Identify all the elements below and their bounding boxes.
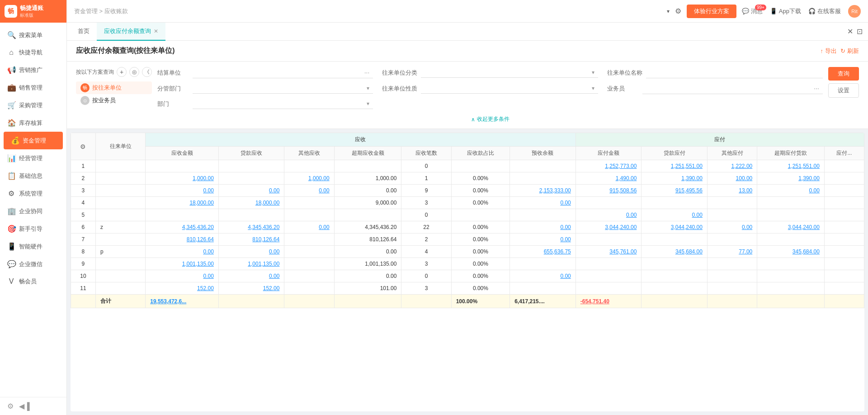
- cell-link-8[interactable]: 1,001,135.00: [146, 258, 219, 270]
- sidebar-item-wechat[interactable]: 💬企业微信: [0, 255, 66, 273]
- cell-link-7[interactable]: 345,684.00: [642, 246, 708, 258]
- sidebar-collapse-icon[interactable]: ◀▐: [19, 402, 29, 410]
- cell-link-6[interactable]: [707, 234, 757, 246]
- header-dropdown[interactable]: ▾: [667, 8, 670, 14]
- cell-link-0[interactable]: [510, 160, 576, 172]
- sidebar-item-enterprise[interactable]: 🏢企业协同: [0, 202, 66, 220]
- cell-link-4[interactable]: [218, 209, 284, 221]
- sidebar-item-system[interactable]: ⚙系统管理: [0, 185, 66, 202]
- cell-link-5[interactable]: 4,345,436.20: [146, 221, 219, 234]
- table-settings-icon[interactable]: ⚙: [80, 143, 86, 150]
- filter-add-button[interactable]: +: [117, 67, 127, 77]
- header-gear-icon[interactable]: ⚙: [675, 7, 681, 15]
- cell-link-9[interactable]: 0.00: [218, 270, 284, 282]
- sidebar-item-search-menu[interactable]: 🔍搜索菜单: [0, 26, 66, 44]
- cell-link-2[interactable]: 13.00: [707, 185, 757, 197]
- partner-category-select[interactable]: ▾: [421, 67, 598, 78]
- cell-link-8[interactable]: [284, 258, 334, 270]
- filter-collapse-button[interactable]: 《: [142, 67, 152, 77]
- cell-link-0[interactable]: [218, 160, 284, 172]
- tab-expand-button[interactable]: ⊡: [857, 27, 863, 36]
- cell-link-6[interactable]: [284, 234, 334, 246]
- cell-link-5[interactable]: 0.00: [707, 221, 757, 234]
- cell-link-2[interactable]: 0.00: [757, 185, 825, 197]
- cell-link-7[interactable]: 655,636.75: [510, 246, 576, 258]
- cell-link-9[interactable]: [284, 270, 334, 282]
- cell-link-6[interactable]: 810,126.64: [146, 234, 219, 246]
- cell-link-1[interactable]: 1,000.00: [146, 172, 219, 185]
- cell-link-8[interactable]: [757, 258, 825, 270]
- cell-link-5[interactable]: 4,345,436.20: [218, 221, 284, 234]
- cell-link-8[interactable]: [510, 258, 576, 270]
- app-download-button[interactable]: 📱 App下载: [770, 7, 801, 15]
- cell-link-8[interactable]: [707, 258, 757, 270]
- cell-link-10[interactable]: [707, 282, 757, 295]
- sidebar-item-inventory[interactable]: 🏠库存核算: [0, 114, 66, 132]
- cell-link-1[interactable]: 1,490.00: [576, 172, 642, 185]
- sidebar-item-hardware[interactable]: 📱智能硬件: [0, 238, 66, 255]
- cell-link-8[interactable]: 1,001,135.00: [218, 258, 284, 270]
- cell-link-1[interactable]: [510, 172, 576, 185]
- sidebar-item-basic[interactable]: 📋基础信息: [0, 167, 66, 185]
- cell-link-8[interactable]: [642, 258, 708, 270]
- cell-link-1[interactable]: 1,390.00: [757, 172, 825, 185]
- dept-manage-select[interactable]: ▾: [193, 83, 373, 94]
- sidebar-item-member[interactable]: V畅会员: [0, 273, 66, 290]
- cell-link-4[interactable]: 0.00: [642, 209, 708, 221]
- cell-link-3[interactable]: 0.00: [510, 197, 576, 209]
- sidebar-item-guide[interactable]: 🎯新手引导: [0, 220, 66, 238]
- total-payable-amount[interactable]: -654,751.40: [576, 295, 642, 308]
- cell-link-10[interactable]: [757, 282, 825, 295]
- cell-link-1[interactable]: [218, 172, 284, 185]
- export-button[interactable]: ↑ 导出: [821, 47, 837, 55]
- tab-close-button[interactable]: ✕: [847, 27, 853, 36]
- salesman-picker[interactable]: ···: [814, 85, 819, 92]
- cell-link-9[interactable]: 0.00: [146, 270, 219, 282]
- cell-link-0[interactable]: 1,222.00: [707, 160, 757, 172]
- cell-link-1[interactable]: 100.00: [707, 172, 757, 185]
- settings-button[interactable]: 设置: [828, 83, 859, 98]
- cell-link-9[interactable]: [576, 270, 642, 282]
- cell-link-3[interactable]: [284, 197, 334, 209]
- sidebar-settings-icon[interactable]: ⚙: [7, 402, 14, 410]
- cell-link-7[interactable]: 77.00: [707, 246, 757, 258]
- cell-link-1[interactable]: 1,390.00: [642, 172, 708, 185]
- partner-name-input[interactable]: [646, 67, 823, 78]
- cell-link-3[interactable]: [707, 197, 757, 209]
- cell-link-6[interactable]: 810,126.64: [218, 234, 284, 246]
- cell-link-0[interactable]: 1,252,773.00: [576, 160, 642, 172]
- cell-link-7[interactable]: 345,684.00: [757, 246, 825, 258]
- cell-link-6[interactable]: 0.00: [510, 234, 576, 246]
- cell-link-2[interactable]: 915,508.56: [576, 185, 642, 197]
- cell-link-0[interactable]: 1,251,551.00: [757, 160, 825, 172]
- cell-link-9[interactable]: [707, 270, 757, 282]
- query-button[interactable]: 查询: [828, 67, 859, 81]
- cell-link-4[interactable]: [146, 209, 219, 221]
- cell-link-6[interactable]: [576, 234, 642, 246]
- cell-link-10[interactable]: 152.00: [146, 282, 219, 295]
- cell-link-7[interactable]: [284, 246, 334, 258]
- cell-link-5[interactable]: 0.00: [284, 221, 334, 234]
- online-service-button[interactable]: 🎧 在线客服: [808, 7, 841, 15]
- partner-nature-select[interactable]: ▾: [421, 83, 598, 94]
- cell-link-2[interactable]: 0.00: [284, 185, 334, 197]
- cell-link-8[interactable]: [576, 258, 642, 270]
- cell-link-0[interactable]: [146, 160, 219, 172]
- cell-link-10[interactable]: [642, 282, 708, 295]
- cell-link-0[interactable]: [284, 160, 334, 172]
- cell-link-3[interactable]: 18,000.00: [218, 197, 284, 209]
- refresh-button[interactable]: ↻ 刷新: [840, 47, 859, 55]
- cell-link-3[interactable]: 18,000.00: [146, 197, 219, 209]
- department-select[interactable]: ▾: [193, 99, 373, 109]
- tab-home[interactable]: 首页: [71, 23, 97, 41]
- cell-link-6[interactable]: [642, 234, 708, 246]
- cell-link-9[interactable]: [642, 270, 708, 282]
- filter-by-salesman[interactable]: ⊙ 按业务员: [76, 94, 152, 107]
- cell-link-2[interactable]: 0.00: [146, 185, 219, 197]
- cell-link-5[interactable]: 3,044,240.00: [642, 221, 708, 234]
- cell-link-4[interactable]: [757, 209, 825, 221]
- cell-link-5[interactable]: 3,044,240.00: [757, 221, 825, 234]
- cell-link-10[interactable]: [510, 282, 576, 295]
- cell-link-10[interactable]: [284, 282, 334, 295]
- cell-link-5[interactable]: 3,044,240.00: [576, 221, 642, 234]
